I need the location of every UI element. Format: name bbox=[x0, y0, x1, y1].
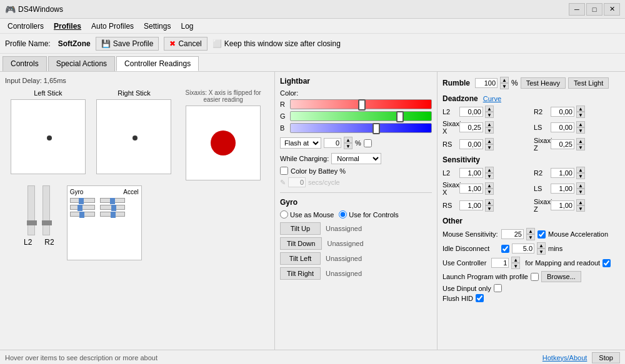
dz-rs-down[interactable]: ▼ bbox=[485, 144, 494, 150]
color-by-battery-checkbox[interactable] bbox=[280, 167, 288, 175]
sens-six-z-input[interactable] bbox=[551, 200, 574, 210]
flash-checkbox[interactable] bbox=[364, 139, 372, 147]
r-slider-thumb[interactable] bbox=[358, 99, 366, 111]
dz-l2-up[interactable]: ▲ bbox=[485, 106, 494, 112]
flash-spin-down[interactable]: ▼ bbox=[344, 143, 352, 149]
sens-ls-down[interactable]: ▼ bbox=[576, 189, 585, 195]
menu-settings[interactable]: Settings bbox=[139, 21, 176, 32]
gyro-slider-3[interactable] bbox=[70, 212, 95, 217]
launch-checkbox[interactable] bbox=[531, 273, 539, 281]
rumble-value-input[interactable] bbox=[475, 78, 498, 88]
mouse-sens-input[interactable] bbox=[501, 229, 524, 239]
dz-six-z-up[interactable]: ▲ bbox=[576, 138, 585, 144]
mouse-sens-down[interactable]: ▼ bbox=[526, 234, 535, 240]
idle-disconnect-input[interactable] bbox=[512, 243, 534, 253]
dz-rs-input[interactable] bbox=[459, 139, 483, 149]
dz-r2-down[interactable]: ▼ bbox=[576, 112, 585, 118]
b-slider-track[interactable] bbox=[290, 123, 432, 133]
dz-l2-input[interactable] bbox=[459, 107, 483, 117]
sens-ls-input[interactable] bbox=[551, 184, 574, 194]
dz-rs-up[interactable]: ▲ bbox=[485, 138, 494, 144]
rumble-spin-down[interactable]: ▼ bbox=[500, 83, 509, 89]
use-as-mouse-radio[interactable] bbox=[280, 210, 288, 219]
accel-slider-1[interactable] bbox=[100, 198, 125, 203]
use-for-controls-radio[interactable] bbox=[339, 210, 347, 219]
use-for-controls-option[interactable]: Use for Controls bbox=[339, 210, 398, 219]
rumble-spin-up[interactable]: ▲ bbox=[500, 77, 509, 83]
sens-rs-up[interactable]: ▲ bbox=[485, 199, 494, 205]
flush-hid-checkbox[interactable] bbox=[476, 294, 484, 302]
mouse-accel-checkbox[interactable] bbox=[538, 230, 546, 239]
sens-r2-up[interactable]: ▲ bbox=[576, 167, 585, 173]
accel-slider-3[interactable] bbox=[100, 212, 125, 217]
menu-log[interactable]: Log bbox=[176, 21, 198, 32]
tab-controller-readings[interactable]: Controller Readings bbox=[116, 56, 199, 71]
sens-six-z-down[interactable]: ▼ bbox=[576, 205, 585, 212]
dz-six-x-down[interactable]: ▼ bbox=[485, 127, 494, 134]
flash-at-select[interactable]: Flash at bbox=[280, 137, 321, 149]
sens-r2-input[interactable] bbox=[551, 168, 574, 178]
test-heavy-button[interactable]: Test Heavy bbox=[521, 77, 566, 89]
cancel-button[interactable]: ✖ Cancel bbox=[164, 37, 207, 51]
hotkeys-link[interactable]: Hotkeys/About bbox=[542, 354, 588, 362]
while-charging-select[interactable]: Normal Rainbow Custom bbox=[331, 153, 381, 164]
dinput-checkbox[interactable] bbox=[494, 284, 502, 292]
idle-spin-up[interactable]: ▲ bbox=[537, 242, 546, 248]
mouse-sens-up[interactable]: ▲ bbox=[526, 228, 535, 234]
dz-ls-up[interactable]: ▲ bbox=[576, 121, 585, 127]
sens-rs-down[interactable]: ▼ bbox=[485, 205, 494, 212]
idle-disconnect-checkbox[interactable] bbox=[501, 245, 509, 253]
sens-six-z-up[interactable]: ▲ bbox=[576, 199, 585, 205]
save-profile-button[interactable]: 💾 Save Profile bbox=[96, 37, 159, 51]
flash-value-input[interactable] bbox=[324, 138, 341, 148]
close-button[interactable]: ✕ bbox=[604, 3, 620, 16]
dz-ls-down[interactable]: ▼ bbox=[576, 127, 585, 134]
accel-slider-2[interactable] bbox=[100, 205, 125, 210]
sens-six-x-input[interactable] bbox=[459, 184, 483, 194]
dz-six-x-input[interactable] bbox=[459, 122, 483, 132]
dz-six-x-up[interactable]: ▲ bbox=[485, 121, 494, 127]
browse-button[interactable]: Browse... bbox=[541, 271, 581, 282]
gyro-slider-1[interactable] bbox=[70, 198, 95, 203]
use-controller-input[interactable] bbox=[491, 258, 509, 268]
controller-spin-up[interactable]: ▲ bbox=[511, 257, 520, 263]
g-slider-thumb[interactable] bbox=[396, 111, 404, 122]
menu-profiles[interactable]: Profiles bbox=[49, 21, 86, 32]
dz-l2-down[interactable]: ▼ bbox=[485, 112, 494, 118]
sens-r2-down[interactable]: ▼ bbox=[576, 173, 585, 179]
sens-l2-input[interactable] bbox=[459, 168, 483, 178]
tilt-down-button[interactable]: Tilt Down bbox=[280, 237, 322, 250]
gyro-slider-2[interactable] bbox=[70, 205, 95, 210]
menu-controllers[interactable]: Controllers bbox=[2, 21, 49, 32]
idle-spin-down[interactable]: ▼ bbox=[537, 248, 546, 255]
dz-six-z-input[interactable] bbox=[551, 139, 574, 149]
use-as-mouse-option[interactable]: Use as Mouse bbox=[280, 210, 334, 219]
tilt-up-button[interactable]: Tilt Up bbox=[280, 222, 321, 235]
dz-six-z-down[interactable]: ▼ bbox=[576, 144, 585, 150]
dz-ls-input[interactable] bbox=[551, 122, 574, 132]
curve-link[interactable]: Curve bbox=[483, 95, 501, 102]
sens-ls-up[interactable]: ▲ bbox=[576, 182, 585, 189]
sens-rs-input[interactable] bbox=[459, 200, 483, 210]
maximize-button[interactable]: □ bbox=[586, 3, 602, 16]
tilt-left-button[interactable]: Tilt Left bbox=[280, 252, 321, 265]
sens-l2-up[interactable]: ▲ bbox=[485, 167, 494, 173]
sens-l2-down[interactable]: ▼ bbox=[485, 173, 494, 179]
flash-spin-up[interactable]: ▲ bbox=[344, 137, 352, 143]
sens-six-x-down[interactable]: ▼ bbox=[485, 189, 494, 195]
controller-spin-down[interactable]: ▼ bbox=[511, 263, 520, 269]
tilt-right-button[interactable]: Tilt Right bbox=[280, 267, 321, 280]
test-light-button[interactable]: Test Light bbox=[568, 77, 609, 89]
dz-r2-up[interactable]: ▲ bbox=[576, 106, 585, 112]
r-slider-track[interactable] bbox=[290, 99, 432, 109]
g-slider-track[interactable] bbox=[290, 111, 432, 121]
dz-r2-input[interactable] bbox=[551, 107, 574, 117]
b-slider-thumb[interactable] bbox=[372, 123, 380, 134]
tab-controls[interactable]: Controls bbox=[2, 56, 47, 71]
r2-slider[interactable] bbox=[42, 185, 50, 235]
for-mapping-checkbox[interactable] bbox=[602, 259, 611, 267]
l2-slider[interactable] bbox=[28, 185, 35, 235]
stop-button[interactable]: Stop bbox=[592, 352, 620, 363]
tab-special-actions[interactable]: Special Actions bbox=[48, 56, 115, 71]
minimize-button[interactable]: ─ bbox=[569, 3, 585, 16]
